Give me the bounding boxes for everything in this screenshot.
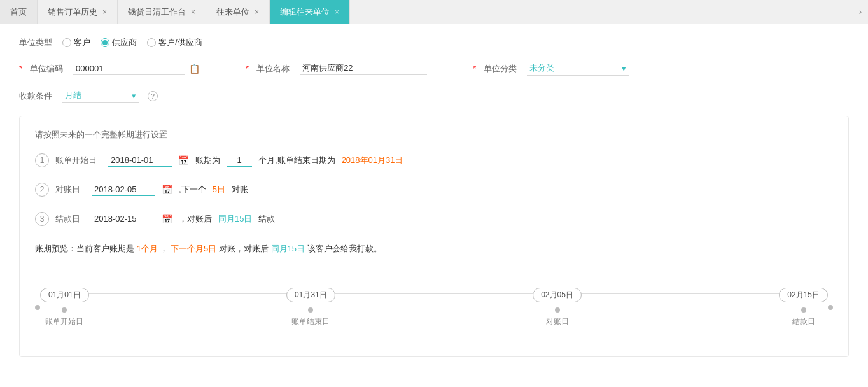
preview-label: 账期预览：当前客户账期是 — [35, 244, 134, 253]
timeline: 01月01日 账单开始日 01月31日 账单结束日 02月05日 对账日 — [35, 269, 833, 334]
radio-customer[interactable]: 客户 — [62, 37, 90, 48]
timeline-badge-1: 01月01日 — [40, 288, 89, 302]
row-date-3[interactable]: 2018-02-15 — [92, 213, 155, 225]
period-unit-1: 个月,账单结束日期为 — [258, 155, 335, 166]
mid-text-1: 账期为 — [195, 155, 220, 166]
unit-name-label: 单位名称 — [256, 63, 290, 74]
unit-category-label: 单位分类 — [484, 63, 517, 74]
row-date-2[interactable]: 2018-02-05 — [92, 183, 155, 196]
row-num-1: 1 — [35, 153, 49, 167]
radio-label-supplier: 供应商 — [112, 37, 137, 48]
radio-supplier[interactable]: 供应商 — [101, 37, 137, 48]
row-end-3: 结款 — [258, 213, 275, 225]
row-suffix-3: ，对账后 — [179, 213, 212, 225]
row-item-2: 2 对账日 2018-02-05 📅 ,下一个 5日 对账 — [35, 183, 833, 197]
code-name-category-row: * 单位编码 000001 📋 * 单位名称 河南供应商22 * 单位分类 未分… — [19, 61, 849, 76]
timeline-point-1: 01月01日 账单开始日 — [40, 288, 89, 327]
unit-code-label: 单位编码 — [30, 63, 63, 74]
unit-code-input[interactable]: 000001 — [73, 62, 185, 75]
row-num-2: 2 — [35, 183, 49, 197]
row-suffix-2: ,下一个 — [179, 184, 206, 195]
preview-section: 账期预览：当前客户账期是 1个月 ， 下一个月5日 对账，对账后 同月15日 该… — [35, 241, 833, 344]
timeline-label-2: 账单结束日 — [291, 316, 330, 327]
card-title: 请按照未来的一个完整帐期进行设置 — [35, 129, 833, 141]
unit-category-select[interactable]: 未分类 ▾ — [527, 61, 629, 76]
main-content: 单位类型 客户 供应商 客户/供应商 * 单位编码 000001 📋 * 单位名… — [0, 24, 868, 387]
radio-label-both: 客户/供应商 — [158, 37, 202, 48]
payment-condition-select[interactable]: 月结 ▾ — [62, 88, 139, 103]
unit-name-input[interactable]: 河南供应商22 — [300, 62, 427, 75]
timeline-label-3: 对账日 — [546, 316, 569, 327]
card-section: 请按照未来的一个完整帐期进行设置 1 账单开始日 2018-01-01 📅 账期… — [19, 116, 849, 357]
unit-type-label: 单位类型 — [19, 37, 52, 48]
radio-circle-customer — [62, 38, 71, 47]
timeline-label-4: 结款日 — [792, 316, 815, 327]
timeline-right-dot — [828, 305, 833, 310]
radio-circle-supplier — [101, 38, 109, 47]
radio-circle-both — [147, 38, 156, 47]
row-label-2: 对账日 — [55, 184, 80, 195]
calendar-icon-1[interactable]: 📅 — [178, 155, 189, 165]
close-edit-partner[interactable]: × — [335, 8, 339, 17]
preview-period: 1个月 — [137, 244, 158, 253]
tab-edit-partner[interactable]: 编辑往来单位 × — [270, 0, 350, 24]
timeline-badge-2: 01月31日 — [286, 288, 335, 302]
tab-home[interactable]: 首页 — [0, 0, 38, 24]
unit-type-row: 单位类型 客户 供应商 客户/供应商 — [19, 37, 849, 48]
tab-more[interactable]: › — [853, 0, 868, 24]
row-highlight-2: 5日 — [213, 184, 225, 195]
timeline-badge-3: 02月05日 — [533, 288, 582, 302]
row-label-1: 账单开始日 — [55, 155, 97, 166]
unit-category-chevron: ▾ — [622, 64, 626, 73]
timeline-points: 01月01日 账单开始日 01月31日 账单结束日 02月05日 对账日 — [40, 288, 828, 327]
tab-sales-history[interactable]: 销售订单历史 × — [38, 0, 118, 24]
tab-bar: 首页 销售订单历史 × 钱货日清工作台 × 往来单位 × 编辑往来单位 × › — [0, 0, 868, 24]
timeline-point-4: 02月15日 结款日 — [779, 288, 828, 327]
row-date-1[interactable]: 2018-01-01 — [108, 154, 172, 167]
timeline-label-1: 账单开始日 — [45, 316, 83, 327]
timeline-dot-4 — [801, 307, 806, 313]
payment-condition-label: 收款条件 — [19, 90, 52, 102]
radio-label-customer: 客户 — [74, 37, 90, 48]
preview-next: 下一个月5日 — [171, 244, 216, 253]
close-partner[interactable]: × — [255, 8, 259, 17]
tab-partner[interactable]: 往来单位 × — [206, 0, 270, 24]
payment-condition-chevron: ▾ — [132, 91, 136, 101]
timeline-point-3: 02月05日 对账日 — [533, 288, 582, 327]
period-input[interactable]: 1 — [227, 154, 252, 167]
timeline-dot-2 — [308, 307, 313, 313]
row-num-3: 3 — [35, 212, 49, 226]
unit-code-field-group: 000001 📋 — [73, 62, 200, 75]
row-item-3: 3 结款日 2018-02-15 📅 ，对账后 同月15日 结款 — [35, 212, 833, 226]
payment-help-icon[interactable]: ? — [148, 91, 158, 101]
timeline-point-2: 01月31日 账单结束日 — [286, 288, 335, 327]
row-label-3: 结款日 — [55, 213, 80, 225]
calendar-icon-3[interactable]: 📅 — [162, 214, 172, 224]
timeline-dot-3 — [555, 307, 560, 313]
radio-both[interactable]: 客户/供应商 — [147, 37, 202, 48]
close-cash-work[interactable]: × — [191, 8, 195, 17]
row-highlight-3: 同月15日 — [218, 213, 252, 225]
tab-cash-work[interactable]: 钱货日清工作台 × — [118, 0, 206, 24]
row-item-1: 1 账单开始日 2018-01-01 📅 账期为 1 个月,账单结束日期为 20… — [35, 153, 833, 167]
preview-same-month: 同月15日 — [271, 244, 305, 253]
timeline-dot-1 — [62, 307, 67, 313]
timeline-badge-4: 02月15日 — [779, 288, 828, 302]
end-date-1: 2018年01月31日 — [342, 155, 403, 166]
payment-condition-value: 月结 — [65, 90, 81, 101]
unit-category-value: 未分类 — [529, 62, 554, 74]
calendar-icon-2[interactable]: 📅 — [162, 185, 172, 195]
unit-code-icon[interactable]: 📋 — [189, 64, 200, 74]
row-end-2: 对账 — [232, 184, 248, 195]
close-sales-history[interactable]: × — [102, 8, 107, 17]
preview-text: 账期预览：当前客户账期是 1个月 ， 下一个月5日 对账，对账后 同月15日 该… — [35, 241, 833, 256]
payment-condition-row: 收款条件 月结 ▾ ? — [19, 88, 849, 103]
timeline-left-dot — [35, 305, 40, 310]
unit-type-radio-group: 客户 供应商 客户/供应商 — [62, 37, 202, 48]
